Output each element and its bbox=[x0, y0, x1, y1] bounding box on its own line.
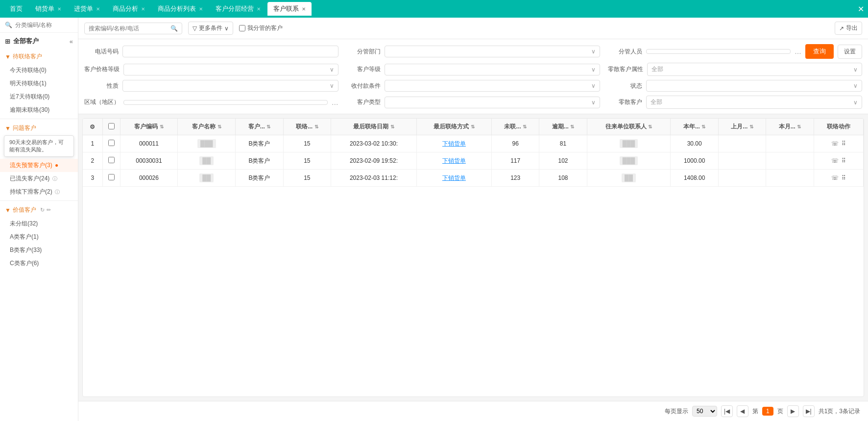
sidebar-item-c-class[interactable]: C类客户(6) bbox=[0, 257, 78, 270]
sidebar-item-7days[interactable]: 近7天待联络(0) bbox=[0, 90, 78, 103]
filter-more-button[interactable]: ▽ 更多条件 ∨ bbox=[188, 22, 233, 35]
phone-input[interactable] bbox=[122, 46, 338, 57]
chevron-down-icon: ∨ bbox=[224, 25, 229, 32]
customer-type-select[interactable]: ∨ bbox=[385, 97, 601, 108]
tab-analysis[interactable]: 商品分析 ✕ bbox=[107, 2, 151, 16]
last-page-button[interactable]: ▶| bbox=[803, 405, 815, 417]
query-button[interactable]: 查询 bbox=[805, 44, 834, 59]
sidebar-search-input[interactable] bbox=[15, 22, 73, 28]
sidebar-item-today[interactable]: 今天待联络(0) bbox=[0, 64, 78, 77]
sort-icon-last-method[interactable]: ⇅ bbox=[471, 124, 475, 129]
tab-analysis-close[interactable]: ✕ bbox=[141, 6, 145, 12]
th-settings[interactable]: ⚙ bbox=[83, 119, 102, 135]
sidebar-all-customers[interactable]: ⊞ 全部客户 « bbox=[0, 33, 78, 50]
cell-not-contact: 117 bbox=[491, 152, 539, 170]
sidebar-group-problem[interactable]: ▼ 问题客户 bbox=[0, 121, 78, 135]
region-select[interactable] bbox=[123, 100, 328, 105]
window-close-button[interactable]: ✕ bbox=[858, 4, 864, 14]
sort-icon-overdue[interactable]: ⇅ bbox=[570, 124, 574, 129]
cell-unit-contact: ███ bbox=[587, 152, 671, 170]
last-method-link[interactable]: 下销货单 bbox=[442, 157, 466, 164]
cell-last-method[interactable]: 下销货单 bbox=[416, 170, 491, 187]
sort-icon-last-month[interactable]: ⇅ bbox=[749, 124, 753, 129]
select-all-checkbox[interactable] bbox=[108, 123, 115, 129]
tab-purchase[interactable]: 进货单 ✕ bbox=[68, 2, 106, 16]
tab-customer-contact[interactable]: 客户联系 ✕ bbox=[267, 2, 312, 16]
first-page-button[interactable]: |◀ bbox=[721, 405, 733, 417]
gender-select[interactable]: ∨ bbox=[122, 80, 338, 92]
refresh-icon[interactable]: ↻ bbox=[40, 207, 45, 213]
region-dots[interactable]: … bbox=[332, 99, 338, 106]
sort-icon-unit-contact[interactable]: ⇅ bbox=[648, 124, 652, 129]
sort-icon-last-date[interactable]: ⇅ bbox=[390, 124, 394, 129]
sidebar-item-tomorrow[interactable]: 明天待联络(1) bbox=[0, 77, 78, 90]
cell-last-method[interactable]: 下销货单 bbox=[416, 135, 491, 152]
tab-home[interactable]: 首页 bbox=[4, 2, 28, 16]
contact-action-icon[interactable]: ☏ bbox=[831, 157, 839, 164]
tab-customer-layer[interactable]: 客户分层经营 ✕ bbox=[210, 2, 266, 16]
sort-icon-this-month[interactable]: ⇅ bbox=[797, 124, 801, 129]
tab-customer-layer-close[interactable]: ✕ bbox=[257, 6, 261, 12]
filter-row-customer-level: 客户等级 ∨ bbox=[346, 63, 601, 76]
tab-sales[interactable]: 销货单 ✕ bbox=[29, 2, 67, 16]
sidebar-divider-2 bbox=[0, 200, 78, 201]
contact-action-icon[interactable]: ☏ bbox=[831, 140, 839, 147]
export-label: 导出 bbox=[846, 24, 858, 32]
sidebar-item-b-class[interactable]: B类客户(33) bbox=[0, 244, 78, 257]
last-method-link[interactable]: 下销货单 bbox=[442, 140, 466, 147]
more-action-icon[interactable]: ⠿ bbox=[842, 140, 846, 147]
zero-attr-select[interactable]: 全部 ∨ bbox=[647, 63, 862, 76]
tab-analysis-list[interactable]: 商品分析列表 ✕ bbox=[152, 2, 209, 16]
export-button[interactable]: ↗ 导出 bbox=[835, 22, 862, 35]
sidebar-item-ungrouped[interactable]: 未分组(32) bbox=[0, 217, 78, 230]
sidebar-item-declining[interactable]: 持续下滑客户(2) ⓘ bbox=[0, 185, 78, 198]
cell-last-method[interactable]: 下销货单 bbox=[416, 152, 491, 170]
person-dots[interactable]: … bbox=[795, 48, 801, 55]
tab-customer-contact-close[interactable]: ✕ bbox=[302, 6, 306, 12]
sidebar-item-churned[interactable]: 已流失客户(24) ⓘ bbox=[0, 172, 78, 185]
sort-icon-not-contact[interactable]: ⇅ bbox=[523, 124, 527, 129]
filter-row-price-level: 客户价格等级 ∨ bbox=[84, 63, 338, 76]
sidebar-item-churn-warning[interactable]: 流失预警客户(3) ● bbox=[0, 159, 78, 172]
tab-purchase-close[interactable]: ✕ bbox=[96, 6, 100, 12]
current-page: 1 bbox=[762, 407, 773, 416]
more-action-icon[interactable]: ⠿ bbox=[842, 157, 846, 164]
sort-icon-contact[interactable]: ⇅ bbox=[314, 124, 318, 129]
sidebar-group-value[interactable]: ▼ 价值客户 ↻ ✏ bbox=[0, 203, 78, 217]
payment-select[interactable]: ∨ bbox=[385, 80, 601, 92]
my-customers-checkbox[interactable] bbox=[239, 25, 245, 31]
prev-page-button[interactable]: ◀ bbox=[737, 405, 748, 417]
contact-action-icon[interactable]: ☏ bbox=[831, 174, 839, 181]
sort-icon-type[interactable]: ⇅ bbox=[266, 124, 270, 129]
zero-customer-select[interactable]: 全部 ∨ bbox=[646, 96, 862, 109]
more-action-icon[interactable]: ⠿ bbox=[842, 174, 846, 181]
sidebar-divider-1 bbox=[0, 119, 78, 119]
edit-icon[interactable]: ✏ bbox=[47, 207, 51, 213]
tab-purchase-label: 进货单 bbox=[74, 4, 93, 13]
row-checkbox[interactable] bbox=[108, 174, 115, 180]
status-select[interactable]: ∨ bbox=[646, 80, 862, 92]
sidebar-item-overdue[interactable]: 逾期未联络(30) bbox=[0, 103, 78, 117]
price-level-select[interactable]: ∨ bbox=[123, 64, 338, 75]
customer-level-select[interactable]: ∨ bbox=[385, 64, 601, 75]
sort-icon-name[interactable]: ⇅ bbox=[217, 124, 221, 129]
dept-select[interactable]: ∨ bbox=[385, 46, 601, 57]
filter-search-input[interactable] bbox=[89, 25, 168, 32]
settings-button[interactable]: 设置 bbox=[838, 45, 862, 59]
settings-gear-icon[interactable]: ⚙ bbox=[90, 124, 95, 130]
th-last-month: 上月... ⇅ bbox=[718, 119, 766, 135]
sort-icon-this-year[interactable]: ⇅ bbox=[701, 124, 705, 129]
sidebar-group-pending[interactable]: ▼ 待联络客户 bbox=[0, 50, 78, 64]
last-method-link[interactable]: 下销货单 bbox=[442, 174, 466, 181]
zero-customer-value: 全部 bbox=[651, 98, 662, 106]
row-checkbox[interactable] bbox=[108, 157, 115, 163]
sort-icon-code[interactable]: ⇅ bbox=[160, 124, 164, 129]
next-page-button[interactable]: ▶ bbox=[787, 405, 799, 417]
row-checkbox[interactable] bbox=[108, 140, 115, 146]
person-select[interactable] bbox=[646, 49, 791, 54]
tab-sales-close[interactable]: ✕ bbox=[57, 6, 61, 12]
tab-analysis-list-close[interactable]: ✕ bbox=[199, 6, 203, 12]
sidebar-item-a-class[interactable]: A类客户(1) bbox=[0, 230, 78, 244]
per-page-select[interactable]: 50 100 200 bbox=[692, 406, 717, 417]
collapse-icon[interactable]: « bbox=[70, 38, 73, 45]
